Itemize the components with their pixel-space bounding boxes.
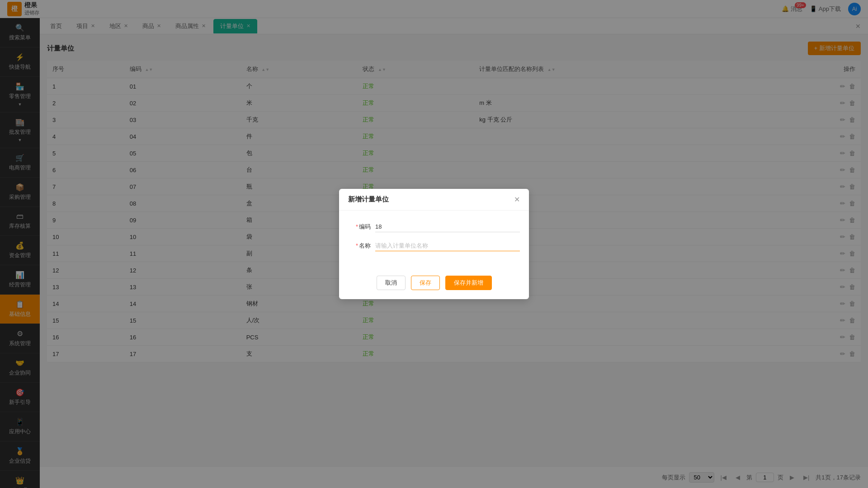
required-indicator: *	[356, 223, 358, 230]
modal-close-btn[interactable]: ✕	[514, 195, 520, 204]
name-input[interactable]	[375, 240, 520, 251]
code-input[interactable]	[375, 221, 520, 232]
modal-overlay: 新增计量单位 ✕ *编码 *名称 取消 保存 保存并新增	[0, 0, 868, 488]
save-button[interactable]: 保存	[411, 276, 440, 290]
save-and-new-button[interactable]: 保存并新增	[445, 276, 492, 290]
form-label-code: *编码	[348, 223, 375, 231]
form-label-name: *名称	[348, 242, 375, 250]
modal-header: 新增计量单位 ✕	[339, 189, 529, 211]
form-item-code: *编码	[348, 221, 520, 232]
required-indicator: *	[356, 242, 358, 249]
modal-footer: 取消 保存 保存并新增	[339, 270, 529, 299]
cancel-button[interactable]: 取消	[377, 276, 406, 290]
modal-title: 新增计量单位	[348, 195, 389, 204]
form-item-name: *名称	[348, 240, 520, 251]
add-unit-modal: 新增计量单位 ✕ *编码 *名称 取消 保存 保存并新增	[339, 189, 529, 299]
modal-body: *编码 *名称	[339, 211, 529, 270]
